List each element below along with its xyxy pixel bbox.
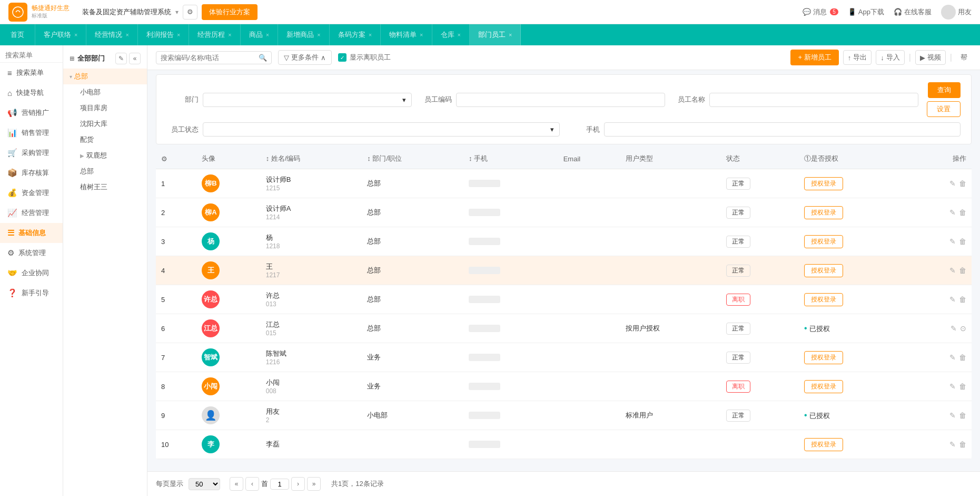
copy-icon[interactable]: ⊙ — [960, 324, 966, 333]
prev-page-btn[interactable]: ‹ — [245, 477, 259, 491]
dept-collapse-btn[interactable]: « — [129, 53, 141, 64]
delete-icon[interactable]: 🗑 — [959, 295, 966, 304]
sidebar-item-销售管理[interactable]: 📊销售管理 — [0, 123, 63, 143]
dept-node-peihuo[interactable]: 配货 — [74, 132, 147, 148]
edit-icon[interactable]: ✎ — [949, 295, 956, 304]
sidebar-item-库存核算[interactable]: 📦库存核算 — [0, 163, 63, 183]
auth-button[interactable]: 授权登录 — [804, 235, 843, 248]
set-button[interactable]: 设置 — [927, 101, 961, 117]
gear-button[interactable]: ⚙ — [183, 5, 197, 20]
help-button[interactable]: 帮 — [956, 51, 972, 64]
emp-name-input[interactable] — [709, 93, 918, 107]
edit-icon[interactable]: ✎ — [949, 411, 956, 420]
tab-close-icon[interactable]: × — [458, 32, 461, 38]
phone-col-header[interactable]: ↕ 手机 — [463, 149, 558, 169]
nav-tab-部门员工[interactable]: 部门员工× — [470, 24, 521, 45]
edit-icon[interactable]: ✎ — [949, 179, 956, 188]
delete-icon[interactable]: 🗑 — [959, 353, 966, 362]
more-conditions-btn[interactable]: ▽ 更多条件 ∧ — [278, 50, 332, 65]
sidebar-item-采购管理[interactable]: 🛒采购管理 — [0, 143, 63, 163]
edit-icon[interactable]: ✎ — [949, 382, 956, 391]
per-page-select[interactable]: 5020100 — [189, 478, 220, 490]
auth-button[interactable]: 授权登录 — [804, 380, 843, 393]
sidebar-search-input[interactable] — [5, 51, 63, 59]
settings-col-header[interactable]: ⚙ — [156, 149, 196, 169]
query-button[interactable]: 查询 — [928, 82, 961, 98]
sidebar-item-营销推广[interactable]: 📢营销推广 — [0, 103, 63, 123]
sidebar-item-系统管理[interactable]: ⚙系统管理 — [0, 243, 63, 263]
dept-node-hq[interactable]: ▾ 总部 — [63, 69, 147, 84]
search-input[interactable] — [161, 54, 255, 62]
online-service-button[interactable]: 🎧 在线客服 — [894, 7, 932, 17]
edit-icon[interactable]: ✎ — [949, 440, 956, 449]
app-download-button[interactable]: 📱 App下载 — [848, 7, 884, 17]
next-page-btn[interactable]: › — [291, 477, 305, 491]
nav-tab-物料清单[interactable]: 物料清单× — [381, 24, 432, 45]
page-input[interactable] — [270, 479, 289, 490]
sidebar-item-新手引导[interactable]: ❓新手引导 — [0, 283, 63, 303]
nav-tab-条码方案[interactable]: 条码方案× — [330, 24, 381, 45]
dept-node-xiaodian[interactable]: 小电部 — [74, 84, 147, 100]
auth-button[interactable]: 授权登录 — [804, 177, 843, 190]
dept-node-shenyang[interactable]: 沈阳大库 — [74, 116, 147, 132]
sidebar-item-基础信息[interactable]: ☰基础信息 — [0, 223, 63, 243]
delete-icon[interactable]: 🗑 — [959, 237, 966, 246]
delete-icon[interactable]: 🗑 — [959, 266, 966, 275]
delete-icon[interactable]: 🗑 — [959, 179, 966, 188]
tab-close-icon[interactable]: × — [317, 32, 320, 38]
sidebar-item-快捷导航[interactable]: ⌂快捷导航 — [0, 83, 63, 103]
auth-button[interactable]: 授权登录 — [804, 438, 843, 451]
last-page-btn[interactable]: » — [307, 477, 321, 491]
tab-close-icon[interactable]: × — [420, 32, 423, 38]
nav-tab-商品[interactable]: 商品× — [241, 24, 278, 45]
tab-close-icon[interactable]: × — [369, 32, 372, 38]
delete-icon[interactable]: 🗑 — [959, 382, 966, 391]
import-button[interactable]: ↓ 导入 — [876, 50, 905, 65]
auth-button[interactable]: 授权登录 — [804, 264, 843, 277]
nav-tab-利润报告[interactable]: 利润报告× — [138, 24, 189, 45]
tab-close-icon[interactable]: × — [228, 32, 231, 38]
tab-close-icon[interactable]: × — [509, 32, 512, 38]
emp-code-input[interactable] — [456, 93, 665, 107]
add-employee-button[interactable]: + 新增员工 — [790, 50, 838, 65]
nav-tab-新增商品[interactable]: 新增商品× — [278, 24, 329, 45]
auth-button[interactable]: 授权登录 — [804, 206, 843, 219]
auth-button[interactable]: 授权登录 — [804, 293, 843, 306]
dept-node-zongbu[interactable]: 总部 — [74, 163, 147, 179]
sidebar-item-企业协同[interactable]: 🤝企业协同 — [0, 263, 63, 283]
phone-input[interactable] — [604, 122, 961, 137]
delete-icon[interactable]: 🗑 — [959, 411, 966, 420]
auth-button[interactable]: 授权登录 — [804, 351, 843, 364]
sidebar-item-经营管理[interactable]: 📈经营管理 — [0, 203, 63, 223]
nav-tab-经营历程[interactable]: 经营历程× — [189, 24, 240, 45]
view-button[interactable]: ▶ 视频 — [915, 50, 946, 65]
edit-icon[interactable]: ✎ — [949, 237, 956, 246]
dept-node-shuanglu[interactable]: ▶ 双鹿想 — [74, 148, 147, 163]
nav-tab-经营情况[interactable]: 经营情况× — [86, 24, 137, 45]
edit-icon[interactable]: ✎ — [949, 353, 956, 362]
title-dropdown-icon[interactable]: ▾ — [175, 8, 179, 16]
edit-icon[interactable]: ✎ — [951, 324, 957, 333]
name-code-col-header[interactable]: ↕ 姓名/编码 — [261, 149, 362, 169]
edit-icon[interactable]: ✎ — [949, 208, 956, 217]
dept-node-zhishu[interactable]: 植树王三 — [74, 179, 147, 195]
dept-edit-btn[interactable]: ✎ — [115, 53, 127, 64]
message-button[interactable]: 💬 消息 5 — [803, 7, 838, 17]
first-page-btn[interactable]: « — [230, 477, 243, 491]
export-button[interactable]: ↑ 导出 — [843, 50, 872, 65]
dept-select[interactable]: ▾ — [203, 93, 412, 107]
sidebar-item-搜索菜单[interactable]: ≡搜索菜单 — [0, 63, 63, 83]
emp-status-select[interactable]: ▾ — [203, 122, 560, 137]
nav-tab-仓库[interactable]: 仓库× — [432, 24, 470, 45]
user-menu[interactable]: 用友 — [941, 5, 972, 20]
dept-node-project[interactable]: 项目库房 — [74, 100, 147, 116]
tab-close-icon[interactable]: × — [125, 32, 128, 38]
tab-close-icon[interactable]: × — [74, 32, 77, 38]
nav-tab-客户联络[interactable]: 客户联络× — [35, 24, 86, 45]
tab-close-icon[interactable]: × — [266, 32, 269, 38]
trial-button[interactable]: 体验行业方案 — [202, 4, 258, 20]
edit-icon[interactable]: ✎ — [949, 266, 956, 275]
dept-position-col-header[interactable]: ↕ 部门/职位 — [362, 149, 463, 169]
delete-icon[interactable]: 🗑 — [959, 440, 966, 449]
nav-tab-首页[interactable]: 首页 — [0, 24, 35, 45]
